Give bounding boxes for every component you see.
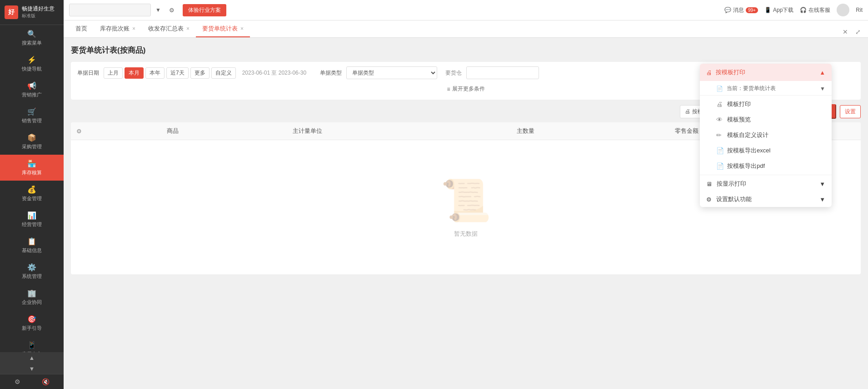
sidebar-item-finance[interactable]: 💰 资金管理 [0,181,64,207]
tab-receipt-summary[interactable]: 收发存汇总表 × [142,21,196,37]
tab-inventory-batch[interactable]: 库存批次账 × [94,21,142,37]
date-btn-本月[interactable]: 本月 [125,67,144,79]
mute-icon[interactable]: 🔇 [42,378,50,385]
sidebar-item-inventory[interactable]: 🏪 库存核算 [0,155,64,181]
sidebar-item-operation[interactable]: 📊 经营管理 [0,207,64,232]
date-btn-上月[interactable]: 上月 [104,67,123,79]
sidebar-icon-finance: 💰 [27,185,36,194]
username: Rit [856,7,863,13]
tabs-bar: 首页库存批次账 ×收发存汇总表 ×要货单统计表 × ✕ ⤢ [64,20,868,38]
settings-btn[interactable]: 设置 [840,105,861,118]
sidebar-label-operation: 经营管理 [22,221,42,228]
tab-close-window[interactable]: ✕ [841,26,850,37]
sidebar-icon-enterprise: 🏢 [27,289,36,298]
tabs-right-actions: ✕ ⤢ [841,26,863,37]
sidebar-label-enterprise: 企业协同 [22,299,42,306]
search-input[interactable] [69,4,151,16]
sidebar-item-purchase[interactable]: 📦 采购管理 [0,129,64,155]
sidebar-item-search[interactable]: 🔍 搜索菜单 [0,25,64,51]
page-title: 要货单统计表(按商品) [71,45,861,56]
app-download-btn[interactable]: 📱 App下载 [764,6,793,14]
tab-close-order-stats[interactable]: × [240,25,244,32]
template-icon: 📄 [716,86,723,92]
sidebar-item-sales[interactable]: 🛒 销售管理 [0,103,64,129]
dropdown-item-template-preview[interactable]: 👁 模板预览 [700,112,832,127]
sidebar-logo: 好 畅捷通好生意 标准版 [0,0,64,25]
sidebar-scroll-up[interactable]: ▲ [0,352,64,363]
tab-maximize[interactable]: ⤢ [853,26,863,37]
dropdown-item-template-print[interactable]: 🖨 模板打印 [700,96,832,112]
sidebar-icon-marketing: 📢 [27,81,36,90]
dropdown-group-chevron-display-print: ▼ [819,181,825,187]
sidebar-icon-operation: 📊 [27,211,36,220]
sidebar-item-newbie[interactable]: 🎯 新手引导 [0,310,64,336]
user-avatar[interactable] [837,4,849,16]
dropdown-item-export-pdf[interactable]: 📄 按模板导出pdf [700,158,832,174]
sidebar-label-basic: 基础信息 [22,247,42,254]
dropdown-icon-template-print: 🖨 [716,101,723,108]
expand-btn[interactable]: ≡ 展开更多条件 [447,83,484,95]
app-version: 标准版 [22,13,55,19]
experience-btn[interactable]: 体验行业方案 [183,4,226,16]
tab-close-inventory-batch[interactable]: × [132,25,135,32]
date-btn-更多[interactable]: 更多 [190,67,210,79]
sidebar-label-quick-nav: 快捷导航 [22,66,42,72]
dropdown-divider-2 [700,175,832,175]
online-service-btn[interactable]: 🎧 在线客服 [800,6,830,14]
topbar-right: 💬 消息 99+ 📱 App下载 🎧 在线客服 Rit [724,4,863,16]
expand-label: 展开更多条件 [452,85,485,93]
sidebar-icon-apps: 📱 [27,341,36,349]
date-buttons: 上月本月本年近7天更多自定义 [104,67,236,79]
sidebar-label-newbie: 新手引导 [22,325,42,332]
sidebar-item-enterprise[interactable]: 🏢 企业协同 [0,284,64,310]
dropdown-icon-template-design: ✏ [716,131,723,139]
dropdown-icon-export-pdf: 📄 [716,162,723,170]
message-btn[interactable]: 💬 消息 99+ [724,6,758,14]
sidebar-item-basic[interactable]: 📋 基础信息 [0,232,64,258]
dropdown-collapse-icon[interactable]: ▲ [819,69,825,76]
sidebar-label-system: 系统管理 [22,273,42,280]
sidebar-icon-sales: 🛒 [27,107,36,116]
app-name-block: 畅捷通好生意 标准版 [22,5,55,19]
sidebar-item-marketing[interactable]: 📢 营销推广 [0,77,64,103]
app-download-icon: 📱 [764,7,771,13]
sidebar-scroll-down[interactable]: ▼ [0,363,64,374]
sidebar-item-system[interactable]: ⚙️ 系统管理 [0,258,64,284]
tab-order-stats[interactable]: 要货单统计表 × [196,21,250,37]
dropdown-group-left-default-settings: ⚙ 设置默认功能 [706,195,752,203]
search-dropdown-btn[interactable]: ▼ [155,7,161,13]
current-template-chevron[interactable]: ▼ [820,86,825,92]
gear-icon[interactable]: ⚙ [165,4,178,16]
dropdown-group-default-settings[interactable]: ⚙ 设置默认功能 ▼ [700,192,832,207]
settings-icon[interactable]: ⚙ [15,378,20,385]
print-icon: 🖨 [685,108,690,115]
sidebar-item-apps[interactable]: 📱 应用中心 [0,336,64,352]
sidebar-label-inventory: 库存核算 [22,169,42,176]
print-dropdown-menu: 🖨 按模板打印 ▲ 📄 当前：要货单统计表 ▼ 🖨 模板打印 👁 模板预览 ✏ … [700,64,832,207]
date-btn-近7天[interactable]: 近7天 [166,67,189,79]
dropdown-item-template-design[interactable]: ✏ 模板自定义设计 [700,127,832,143]
dropdown-item-export-excel[interactable]: 📄 按模板导出excel [700,143,832,158]
tab-close-receipt-summary[interactable]: × [186,25,190,32]
type-select[interactable]: 单据类型 [346,66,437,79]
tab-home[interactable]: 首页 [69,21,94,37]
sidebar-label-sales: 销售管理 [22,117,42,124]
table-settings-icon[interactable]: ⚙ [76,128,82,135]
sidebar-label-purchase: 采购管理 [22,143,42,150]
headphone-icon: 🎧 [800,7,807,13]
date-btn-自定义[interactable]: 自定义 [211,67,236,79]
dropdown-label-export-pdf: 按模板导出pdf [727,162,765,170]
col-header-0: ⚙ [71,122,161,140]
dropdown-group-display-print[interactable]: 🖥 按显示打印 ▼ [700,176,832,192]
sidebar-label-search: 搜索菜单 [22,40,42,46]
col-header-3: 主数量 [511,122,670,140]
sidebar-icon-quick-nav: ⚡ [27,56,36,64]
empty-text: 暂无数据 [454,230,478,238]
required-warehouse-input[interactable] [466,66,539,79]
tab-label-order-stats: 要货单统计表 [202,25,238,33]
empty-illustration: 📜 [440,177,491,224]
app-logo-icon: 好 [5,5,18,19]
date-btn-本年[interactable]: 本年 [145,67,165,79]
current-template-text: 当前：要货单统计表 [727,85,776,92]
sidebar-item-quick-nav[interactable]: ⚡ 快捷导航 [0,51,64,77]
